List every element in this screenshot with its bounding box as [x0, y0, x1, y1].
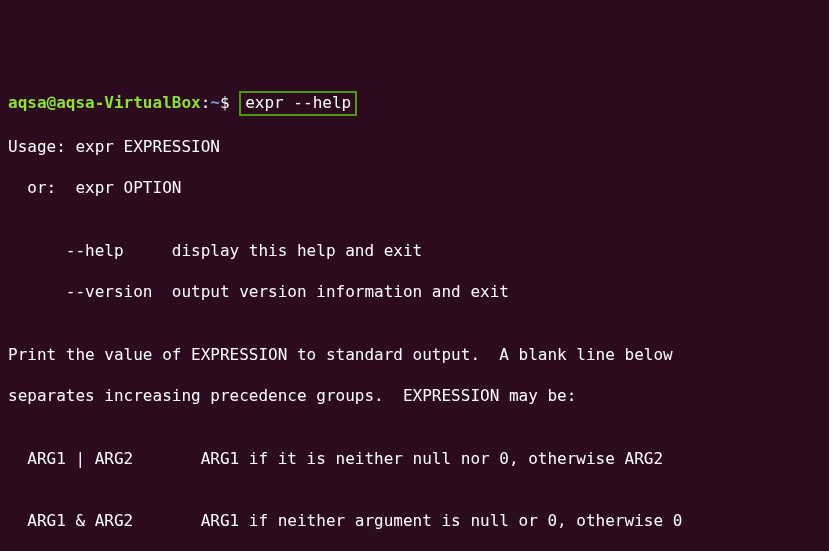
output-line: --version output version information and…	[8, 282, 821, 303]
output-line: ARG1 & ARG2 ARG1 if neither argument is …	[8, 511, 821, 532]
output-line: Usage: expr EXPRESSION	[8, 137, 821, 158]
output-line: or: expr OPTION	[8, 178, 821, 199]
prompt-user-host: aqsa@aqsa-VirtualBox	[8, 93, 201, 112]
output-line: Print the value of EXPRESSION to standar…	[8, 345, 821, 366]
command-input[interactable]: expr --help	[239, 91, 357, 116]
output-line: ARG1 | ARG2 ARG1 if it is neither null n…	[8, 449, 821, 470]
prompt-line: aqsa@aqsa-VirtualBox:~$ expr --help	[8, 91, 821, 116]
prompt-dollar: $	[220, 93, 239, 112]
output-line: --help display this help and exit	[8, 241, 821, 262]
prompt-colon: :	[201, 93, 211, 112]
prompt-path: ~	[210, 93, 220, 112]
output-line: separates increasing precedence groups. …	[8, 386, 821, 407]
